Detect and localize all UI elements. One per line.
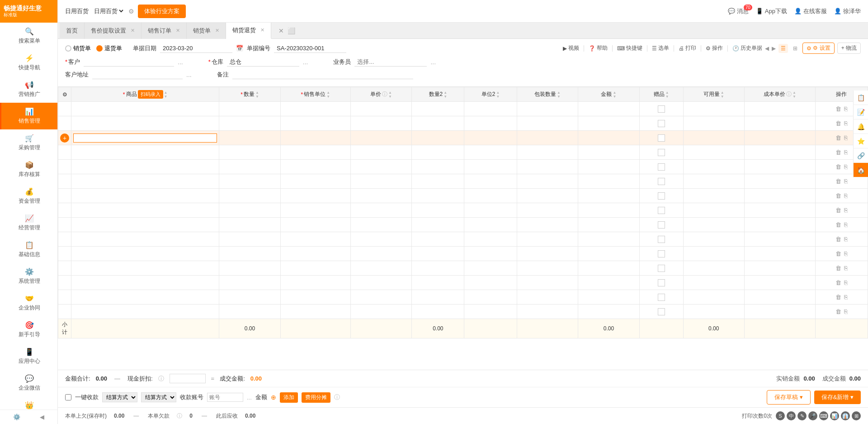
cell-pkg-2[interactable]	[517, 116, 578, 131]
copy-icon-7[interactable]: ⎘	[844, 192, 848, 199]
cell-unit-7[interactable]	[280, 189, 350, 203]
scan-button[interactable]: 扫码录入	[138, 90, 163, 99]
grid-view-btn[interactable]: ⊞	[791, 44, 800, 53]
gift-checkbox-4[interactable]	[658, 149, 665, 156]
cell-cost-4[interactable]	[745, 145, 816, 160]
history-btn[interactable]: 🕐 历史单据	[732, 44, 762, 52]
delete-icon-7[interactable]: 🗑	[835, 192, 841, 199]
cell-unit-14[interactable]	[280, 290, 350, 305]
cell-amount-6[interactable]	[578, 174, 640, 189]
cell-unit-15[interactable]	[280, 305, 350, 319]
cell-unit-12[interactable]	[280, 261, 350, 276]
cell-product-14[interactable]	[71, 290, 219, 305]
cell-unit2-15[interactable]	[464, 305, 517, 319]
cell-unit-10[interactable]	[280, 232, 350, 247]
sidebar-item-wechat[interactable]: 💬 企业微信	[0, 370, 57, 396]
cell-unit2-7[interactable]	[464, 189, 517, 203]
delete-icon-6[interactable]: 🗑	[835, 178, 841, 185]
cell-unit-6[interactable]	[280, 174, 350, 189]
delete-icon-11[interactable]: 🗑	[835, 250, 841, 257]
salesperson-input[interactable]	[354, 57, 427, 67]
cell-unit-5[interactable]	[280, 160, 350, 174]
cell-unit-9[interactable]	[280, 218, 350, 232]
cell-available-15[interactable]	[683, 305, 745, 319]
cell-amount-4[interactable]	[578, 145, 640, 160]
cell-price-12[interactable]	[350, 261, 412, 276]
cell-product-7[interactable]	[71, 189, 219, 203]
cell-product-10[interactable]	[71, 232, 219, 247]
account-dots[interactable]: ...	[247, 394, 252, 401]
cell-gift-14[interactable]	[639, 290, 683, 305]
copy-icon-6[interactable]: ⎘	[844, 178, 848, 185]
cell-cost-9[interactable]	[745, 218, 816, 232]
add-button[interactable]: 添加	[280, 392, 298, 403]
cell-gift-5[interactable]	[639, 160, 683, 174]
topbar-gear-icon[interactable]: ⚙	[128, 8, 134, 15]
cell-qty-15[interactable]	[219, 305, 281, 319]
cell-qty2-12[interactable]	[412, 261, 464, 276]
cell-available-4[interactable]	[683, 145, 745, 160]
sidebar-item-apps[interactable]: 📱 应用中心	[0, 343, 57, 370]
sidebar-item-quick[interactable]: ⚡ 快捷导航	[0, 49, 57, 76]
help-tool-2[interactable]: 中	[787, 411, 796, 420]
cell-pkg-13[interactable]	[517, 276, 578, 290]
cell-qty2-1[interactable]	[412, 102, 464, 116]
tab-price[interactable]: 售价提取设置 ✕	[85, 23, 142, 39]
cell-product-3[interactable]	[71, 131, 219, 145]
delete-icon-14[interactable]: 🗑	[835, 294, 841, 300]
delete-icon-10[interactable]: 🗑	[835, 236, 841, 243]
copy-icon-11[interactable]: ⎘	[844, 250, 848, 257]
help-q-icon[interactable]: ⓘ	[158, 375, 164, 383]
cell-cost-10[interactable]	[745, 232, 816, 247]
delete-icon-8[interactable]: 🗑	[835, 207, 841, 214]
fee-button[interactable]: 费用分摊	[302, 392, 330, 403]
cell-qty-5[interactable]	[219, 160, 281, 174]
help-tool-7[interactable]: 👔	[841, 411, 850, 420]
copy-icon-3[interactable]: ⎘	[844, 134, 848, 141]
window-close-icon[interactable]: ✕	[278, 27, 284, 34]
help-tool-8[interactable]: ⊞	[852, 411, 861, 420]
cell-unit2-13[interactable]	[464, 276, 517, 290]
single-credit-icon[interactable]: ⓘ	[177, 412, 182, 420]
cell-qty2-7[interactable]	[412, 189, 464, 203]
cell-gift-10[interactable]	[639, 232, 683, 247]
calc-method-select2[interactable]: 结算方式	[141, 392, 176, 402]
cell-amount-11[interactable]	[578, 247, 640, 261]
cell-pkg-8[interactable]	[517, 203, 578, 218]
cell-gift-4[interactable]	[639, 145, 683, 160]
logistics-button[interactable]: + 物流	[837, 43, 861, 54]
daily-select[interactable]: 日用百货	[92, 7, 125, 15]
side-tool-1[interactable]: 📋	[854, 91, 868, 105]
cost-info-icon[interactable]: ⓘ	[786, 91, 792, 98]
cell-gift-15[interactable]	[639, 305, 683, 319]
cell-pkg-12[interactable]	[517, 261, 578, 276]
cell-price-2[interactable]	[350, 116, 412, 131]
cell-qty-3[interactable]	[219, 131, 281, 145]
online-cs-button[interactable]: 👤 在线客服	[794, 7, 827, 15]
side-tool-6[interactable]: 🏠	[854, 163, 868, 177]
shortcut-btn[interactable]: ⌨ 快捷键	[617, 44, 642, 52]
sidebar-item-sales[interactable]: 📊 销售管理	[0, 103, 57, 129]
copy-icon-13[interactable]: ⎘	[844, 279, 848, 286]
cell-gift-13[interactable]	[639, 276, 683, 290]
cell-qty2-15[interactable]	[412, 305, 464, 319]
delete-icon-12[interactable]: 🗑	[835, 265, 841, 272]
cell-available-11[interactable]	[683, 247, 745, 261]
cell-available-2[interactable]	[683, 116, 745, 131]
cell-gift-1[interactable]	[639, 102, 683, 116]
cell-cost-8[interactable]	[745, 203, 816, 218]
warehouse-dots[interactable]: ...	[303, 58, 308, 66]
customer-dots[interactable]: ...	[178, 58, 183, 66]
gift-checkbox-15[interactable]	[658, 308, 665, 315]
cell-unit2-9[interactable]	[464, 218, 517, 232]
gift-checkbox-1[interactable]	[658, 105, 665, 113]
side-tool-4[interactable]: ⭐	[854, 134, 868, 148]
cell-cost-15[interactable]	[745, 305, 816, 319]
cell-qty2-4[interactable]	[412, 145, 464, 160]
cell-pkg-14[interactable]	[517, 290, 578, 305]
cell-unit-13[interactable]	[280, 276, 350, 290]
cell-product-12[interactable]	[71, 261, 219, 276]
copy-icon-1[interactable]: ⎘	[844, 105, 848, 112]
gift-checkbox-10[interactable]	[658, 236, 665, 243]
gift-checkbox-12[interactable]	[658, 265, 665, 272]
